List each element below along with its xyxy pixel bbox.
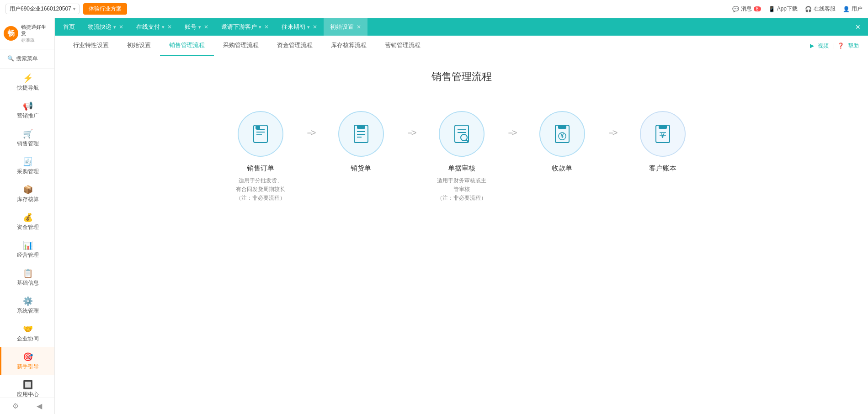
logo-text: 畅捷通好生意 (21, 24, 51, 37)
inventory-icon: 📦 (23, 185, 33, 195)
top-header: 用户690企业1660120507 ▾ 体验行业方案 💬 消息 6 📱 App下… (0, 0, 868, 18)
sales-order-name: 销售订单 (247, 164, 274, 173)
bill-review-name: 单据审核 (448, 164, 475, 173)
user-label: 用户690企业1660120507 (10, 5, 71, 13)
sidebar-item-label: 销售管理 (17, 140, 39, 148)
sidebar-item-finance[interactable]: 💰 资金管理 (0, 208, 54, 236)
account-close-icon[interactable]: ✕ (204, 24, 208, 30)
bill-review-circle (439, 111, 485, 157)
sub-tab-industry[interactable]: 行业特性设置 (64, 36, 118, 56)
sidebar-item-enterprise[interactable]: 🤝 企业协同 (0, 319, 54, 347)
app-center-icon: 🔲 (23, 380, 33, 390)
nav-tab-logistics-label: 物流快递 (88, 23, 112, 31)
flow-step-customer-account[interactable]: ¥ 客户账本 (622, 111, 704, 176)
message-badge: 6 (754, 6, 761, 11)
nav-tabs-bar: 首页 物流快递 ▾ ✕ 在线支付 ▾ ✕ 账号 ▾ ✕ 邀请下游客户 ▾ ✕ (55, 18, 868, 36)
user-avatar-item[interactable]: 👤 用户 (843, 5, 863, 13)
flow-steps: 销售订单 适用于分批发货、有合同发货周期较长（注：非必要流程） - - > (73, 111, 850, 203)
customer-account-circle: ¥ (640, 111, 686, 157)
nav-tab-account[interactable]: 账号 ▾ ✕ (178, 18, 215, 36)
quick-icon: ⚡ (23, 73, 33, 83)
search-label: 搜索菜单 (16, 55, 38, 63)
nav-tab-payment[interactable]: 在线支付 ▾ ✕ (130, 18, 178, 36)
video-label[interactable]: 视频 (818, 42, 829, 50)
sub-tab-fund-flow-label: 资金管理流程 (277, 42, 313, 48)
nav-tab-payment-label: 在线支付 (136, 23, 160, 31)
sidebar-item-purchase[interactable]: 🧾 采购管理 (0, 152, 54, 180)
logo-text-container: 畅捷通好生意 标准版 (21, 24, 51, 43)
sidebar-item-basic-info[interactable]: 📋 基础信息 (0, 264, 54, 292)
sidebar-item-label: 资金管理 (17, 223, 39, 231)
logo-area: 畅 畅捷通好生意 标准版 (0, 18, 54, 49)
flow-content: 销售管理流程 销售订单 (55, 56, 868, 414)
logistics-close-icon[interactable]: ✕ (119, 24, 123, 30)
sidebar-search[interactable]: 🔍 搜索菜单 (0, 49, 54, 69)
sidebar-item-label: 营销推广 (17, 112, 39, 120)
sidebar-item-label: 库存核算 (17, 196, 39, 203)
app-layout: 畅 畅捷通好生意 标准版 🔍 搜索菜单 ⚡ 快捷导航 📢 营销推广 🛒 (0, 18, 868, 414)
nav-tab-home[interactable]: 首页 (57, 18, 81, 36)
divider: | (832, 42, 834, 49)
arrow-3-icon: - - > (508, 127, 515, 138)
sub-tab-init[interactable]: 初始设置 (118, 36, 160, 56)
downstream-close-icon[interactable]: ✕ (264, 24, 269, 30)
arrow-1-icon: - - > (307, 127, 314, 138)
sub-tab-inventory-flow[interactable]: 库存核算流程 (322, 36, 376, 56)
app-icon: 📱 (768, 6, 775, 12)
messages-label: 消息 (741, 5, 752, 13)
search-inner[interactable]: 🔍 搜索菜单 (4, 53, 51, 64)
messages-item[interactable]: 💬 消息 6 (732, 5, 761, 13)
sidebar-item-inventory[interactable]: 📦 库存核算 (0, 180, 54, 208)
app-label: App下载 (777, 5, 798, 13)
flow-step-receipt[interactable]: ¥ 收款单 (521, 111, 603, 176)
payment-close-icon[interactable]: ✕ (167, 24, 172, 30)
sub-tab-industry-label: 行业特性设置 (73, 42, 109, 48)
nav-tab-logistics[interactable]: 物流快递 ▾ ✕ (81, 18, 130, 36)
sidebar-item-operations[interactable]: 📊 经营管理 (0, 236, 54, 264)
user-selector[interactable]: 用户690企业1660120507 ▾ (5, 4, 80, 14)
help-label[interactable]: 帮助 (848, 42, 859, 50)
svg-text:¥: ¥ (560, 132, 564, 139)
tabs-bar-close-icon[interactable]: ✕ (850, 23, 866, 31)
nav-tab-init-settings[interactable]: 初始设置 ✕ (324, 18, 367, 36)
receipt-icon: ¥ (551, 122, 574, 145)
marketing-promo-icon: 📢 (23, 101, 33, 111)
sub-tabs: 行业特性设置 初始设置 销售管理流程 采购管理流程 资金管理流程 (55, 36, 868, 56)
sidebar-item-quick[interactable]: ⚡ 快捷导航 (0, 69, 54, 96)
service-icon: 🎧 (805, 6, 812, 12)
flow-step-bill-review[interactable]: 单据审核 适用于财务审核或主管审核（注：非必要流程） (421, 111, 503, 203)
sidebar-item-system[interactable]: ⚙️ 系统管理 (0, 292, 54, 319)
init-close-icon[interactable]: ✕ (357, 24, 361, 30)
nav-tab-downstream[interactable]: 邀请下游客户 ▾ ✕ (215, 18, 275, 36)
collapse-icon[interactable]: ◀ (37, 402, 42, 410)
account-arrow-icon: ▾ (198, 24, 201, 30)
help-icon: ❓ (837, 42, 844, 49)
sub-tab-init-label: 初始设置 (127, 42, 151, 48)
sidebar-item-app-center[interactable]: 🔲 应用中心 (0, 375, 54, 398)
chevron-icon: ▾ (73, 6, 75, 11)
sidebar-item-marketing-promo[interactable]: 📢 营销推广 (0, 96, 54, 124)
period-close-icon[interactable]: ✕ (313, 24, 317, 30)
sales-order-icon (249, 122, 272, 145)
app-download-item[interactable]: 📱 App下载 (768, 5, 798, 13)
experience-button[interactable]: 体验行业方案 (83, 3, 127, 15)
nav-tab-home-label: 首页 (63, 23, 75, 31)
flow-step-sales-order[interactable]: 销售订单 适用于分批发货、有合同发货周期较长（注：非必要流程） (219, 111, 302, 203)
settings-bottom-icon[interactable]: ⚙ (12, 402, 19, 410)
online-service-item[interactable]: 🎧 在线客服 (805, 5, 836, 13)
sub-tab-fund-flow[interactable]: 资金管理流程 (268, 36, 322, 56)
sub-tab-marketing-flow[interactable]: 营销管理流程 (376, 36, 430, 56)
video-icon: ▶ (810, 42, 814, 49)
sub-tab-purchase-flow[interactable]: 采购管理流程 (214, 36, 268, 56)
nav-tab-period[interactable]: 往来期初 ▾ ✕ (275, 18, 324, 36)
flow-step-sales-bill[interactable]: 销货单 (320, 111, 402, 176)
sub-tab-inventory-flow-label: 库存核算流程 (331, 42, 367, 48)
payment-arrow-icon: ▾ (162, 24, 165, 30)
customer-account-icon: ¥ (651, 122, 674, 145)
sub-tab-sales-flow[interactable]: 销售管理流程 (160, 36, 214, 56)
sales-bill-icon (350, 122, 373, 145)
basic-info-icon: 📋 (23, 268, 33, 278)
sales-bill-name: 销货单 (351, 164, 371, 173)
sidebar-item-guide[interactable]: 🎯 新手引导 (0, 347, 54, 375)
sidebar-item-sales[interactable]: 🛒 销售管理 (0, 124, 54, 152)
